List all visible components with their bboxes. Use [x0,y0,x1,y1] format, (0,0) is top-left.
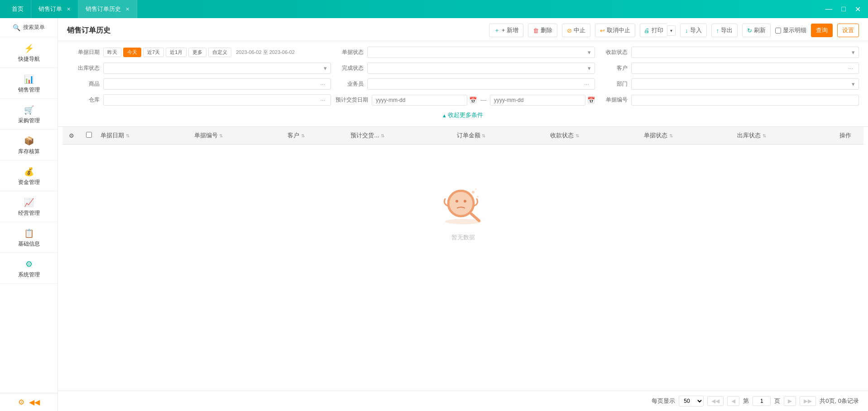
table-area: ⚙ 单据日期 ⇅ 单据编号 ⇅ 客户 [58,127,868,391]
th-date[interactable]: 单据日期 ⇅ [97,127,191,145]
tab-sales-order-history-close[interactable]: ✕ [125,6,129,12]
stop-btn[interactable]: ⊘ 中止 [562,24,590,37]
filter-warehouse-label: 仓库 [67,96,103,104]
sidebar-item-purchase[interactable]: 🛒 采购管理 [0,99,58,130]
collapse-filter-btn[interactable]: 收起更多条件 [67,109,859,121]
tab-sales-order-close[interactable]: ✕ [67,6,71,12]
sort-arrows-payment: ⇅ [575,133,579,138]
page-label: 第 [743,397,749,405]
delivery-date-from-input[interactable] [372,95,467,106]
window-minimize-btn[interactable]: — [822,4,835,14]
collapse-sidebar-icon[interactable]: ◀◀ [29,398,40,406]
th-out-status[interactable]: 出库状态 ⇅ [734,127,827,145]
window-maximize-btn[interactable]: □ [839,4,849,14]
filter-complete-status-select[interactable] [367,63,595,74]
filter-out-status-label: 出库状态 [67,64,103,72]
filter-bill-status-select[interactable] [367,47,595,58]
th-number[interactable]: 单据编号 ⇅ [191,127,284,145]
sidebar-item-operations[interactable]: 📈 经营管理 [0,191,58,222]
filter-customer-cell: 客户 ··· [595,63,859,74]
th-delivery[interactable]: 预计交货... ⇅ [347,127,453,145]
next-page-btn[interactable]: ▶ [784,396,796,406]
delivery-date-to-input[interactable] [490,95,585,106]
first-page-btn[interactable]: ◀◀ [707,396,724,406]
calendar-from-icon[interactable]: 📅 [469,97,477,104]
date-btn-today[interactable]: 今天 [123,48,141,57]
query-btn[interactable]: 查询 [811,24,833,37]
sidebar-item-quick-nav[interactable]: ⚡ 快捷导航 [0,37,58,68]
sidebar-item-inventory[interactable]: 📦 库存核算 [0,130,58,160]
bill-number-input[interactable] [631,95,859,106]
tab-home[interactable]: 首页 [5,0,31,18]
warehouse-ellipsis[interactable]: ··· [318,97,327,103]
settings-btn[interactable]: 设置 [837,24,859,37]
th-payment-status[interactable]: 收款状态 ⇅ [547,127,640,145]
sidebar-item-basics[interactable]: 📋 基础信息 [0,222,58,253]
purchase-label: 采购管理 [18,117,40,125]
page-input[interactable] [753,396,771,406]
select-all-checkbox[interactable] [86,132,92,138]
sort-arrows-out: ⇅ [762,133,766,138]
cancel-stop-btn[interactable]: ↩ 取消中止 [595,24,635,37]
calendar-to-icon[interactable]: 📅 [587,97,595,104]
page-size-select[interactable]: 50 10 20 100 [679,396,704,406]
sidebar-item-finance[interactable]: 💰 资金管理 [0,160,58,191]
tab-sales-order[interactable]: 销售订单 ✕ [31,0,78,18]
date-btn-more[interactable]: 更多 [188,48,206,57]
sidebar-item-sales[interactable]: 📊 销售管理 [0,68,58,99]
empty-illustration [436,181,490,226]
filter-department-select[interactable] [631,78,859,90]
th-amount[interactable]: 订单金额 ⇅ [453,127,547,145]
date-btn-1month[interactable]: 近1月 [166,48,187,57]
sidebar-item-system[interactable]: ⚙ 系统管理 [0,253,58,284]
filter-out-status-select[interactable] [103,63,331,74]
th-settings[interactable]: ⚙ [62,127,81,145]
delete-btn[interactable]: 🗑 删除 [528,24,557,37]
print-btn-group: 🖨 打印 ▾ [640,24,676,37]
last-page-btn[interactable]: ▶▶ [800,396,816,406]
filter-payment-status-cell: 收款状态 [595,47,859,58]
settings-label: 设置 [842,26,854,34]
print-dropdown-arrow[interactable]: ▾ [667,25,676,36]
filter-salesman-cell: 业务员 ··· [331,78,595,90]
customer-ellipsis[interactable]: ··· [846,65,855,72]
tab-sales-order-history[interactable]: 销售订单历史 ✕ [78,0,137,18]
th-check[interactable] [81,127,97,145]
total-text: 共0页, 0条记录 [820,397,859,405]
date-btn-custom[interactable]: 自定义 [208,48,231,57]
refresh-btn[interactable]: ↻ 刷新 [742,24,771,37]
filter-bill-status-label: 单据状态 [331,48,367,56]
prev-page-btn[interactable]: ◀ [727,396,739,406]
th-customer[interactable]: 客户 ⇅ [284,127,347,145]
sidebar-item-search[interactable]: 🔍 搜索菜单 [0,18,58,37]
import-label: 导入 [690,26,702,34]
filter-department-cell: 部门 [595,78,859,90]
purchase-icon: 🛒 [24,105,34,115]
th-bill-status[interactable]: 单据状态 ⇅ [640,127,734,145]
collapse-label: 收起更多条件 [448,111,483,119]
date-btn-7days[interactable]: 近7天 [143,48,164,57]
th-date-label: 单据日期 [101,132,124,139]
product-ellipsis[interactable]: ··· [318,81,327,87]
th-ops-label: 操作 [839,132,851,139]
delete-label: 删除 [541,26,552,34]
date-btn-yesterday[interactable]: 昨天 [103,48,121,57]
quick-nav-icon: ⚡ [24,44,34,53]
sort-arrows-delivery: ⇅ [381,133,384,138]
window-close-btn[interactable]: ✕ [852,4,863,15]
export-btn[interactable]: ↑ 导出 [711,24,738,37]
filter-delivery-date-cell: 预计交货日期 📅 — 📅 [331,94,595,106]
table-header: ⚙ 单据日期 ⇅ 单据编号 ⇅ 客户 [62,127,863,145]
new-btn[interactable]: ＋ + 新增 [489,24,523,37]
salesman-ellipsis[interactable]: ··· [582,81,591,87]
display-toggle-checkbox[interactable] [775,28,781,34]
main-layout: 🔍 搜索菜单 ⚡ 快捷导航 📊 销售管理 🛒 采购管理 📦 库存核算 💰 资金管… [0,18,868,411]
display-toggle[interactable]: 显示明细 [775,26,806,34]
import-btn[interactable]: ↓ 导入 [680,24,707,37]
stop-label: 中止 [574,26,585,34]
print-btn[interactable]: 🖨 打印 [640,24,667,37]
inventory-label: 库存核算 [18,148,40,155]
filter-payment-status-select[interactable] [631,47,859,58]
settings-bottom-icon[interactable]: ⚙ [18,398,24,406]
finance-icon: 💰 [24,167,34,177]
